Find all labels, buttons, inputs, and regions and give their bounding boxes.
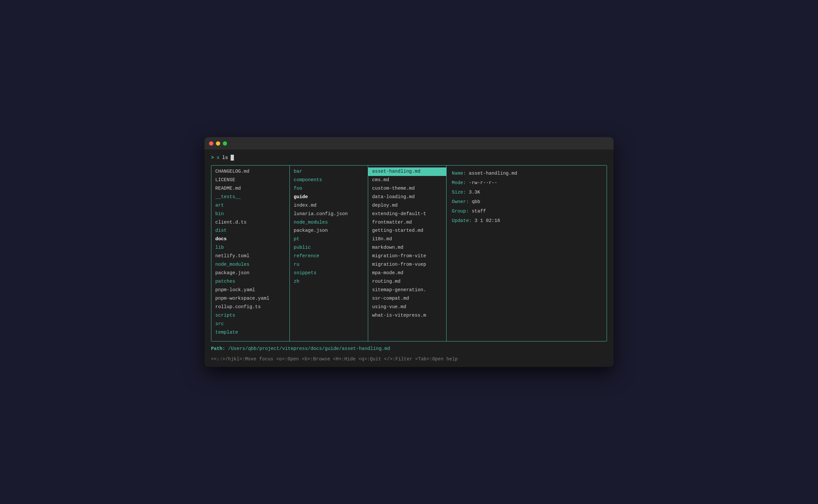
minimize-button[interactable] [216, 141, 220, 146]
list-item[interactable]: pnpm-lock.yaml [212, 286, 290, 294]
maximize-button[interactable] [223, 141, 227, 146]
detail-name: Name: asset-handling.md [452, 169, 601, 178]
list-item[interactable]: cms.md [368, 176, 446, 184]
close-button[interactable] [209, 141, 213, 146]
list-item[interactable]: frontmatter.md [368, 218, 446, 227]
list-item[interactable]: patches [212, 277, 290, 286]
prompt-command: ls [222, 155, 228, 161]
list-item-selected[interactable]: asset-handling.md [368, 167, 446, 176]
list-item[interactable]: pt [290, 235, 368, 244]
list-item[interactable]: mpa-mode.md [368, 269, 446, 277]
prompt-line: > x ls [211, 155, 607, 161]
list-item[interactable]: package.json [212, 269, 290, 277]
list-item[interactable]: markdown.md [368, 244, 446, 252]
detail-name-label: Name: [452, 171, 469, 176]
detail-update: Update: 3 1 02:16 [452, 216, 601, 226]
list-item[interactable]: migration-from-vuep [368, 260, 446, 269]
list-item[interactable]: package.json [290, 227, 368, 235]
detail-owner-value: qbb [472, 199, 480, 204]
detail-mode-value: -rw-r--r-- [469, 180, 497, 185]
terminal-window: > x ls CHANGELOG.md LICENSE README.md __… [204, 137, 614, 367]
detail-update-value: 3 1 02:16 [475, 218, 500, 223]
list-item[interactable]: rollup.config.ts [212, 303, 290, 311]
list-item[interactable]: getting-started.md [368, 227, 446, 235]
panel-col-1: CHANGELOG.md LICENSE README.md __tests__… [212, 165, 290, 341]
panel-col-4-details: Name: asset-handling.md Mode: -rw-r--r--… [447, 165, 606, 341]
detail-group-value: staff [472, 209, 486, 214]
list-item[interactable]: ru [290, 260, 368, 269]
list-item[interactable]: netlify.toml [212, 252, 290, 260]
terminal-body: > x ls CHANGELOG.md LICENSE README.md __… [204, 150, 614, 367]
panel-col-2: bar components foo guide index.md lunari… [290, 165, 368, 341]
list-item[interactable]: LICENSE [212, 176, 290, 184]
list-item[interactable]: node_modules [212, 260, 290, 269]
list-item[interactable]: migration-from-vite [368, 252, 446, 260]
list-item[interactable]: using-vue.md [368, 303, 446, 311]
list-item[interactable]: what-is-vitepress.m [368, 311, 446, 320]
list-item[interactable]: public [290, 244, 368, 252]
detail-name-value: asset-handling.md [469, 171, 517, 176]
list-item[interactable]: deploy.md [368, 201, 446, 210]
list-item[interactable]: zh [290, 277, 368, 286]
keybindings: <<↓↑>/hjkl>:Move focus <o>:Open <b>:Brow… [211, 356, 607, 362]
list-item[interactable]: CHANGELOG.md [212, 167, 290, 176]
path-label: Path: [211, 346, 226, 351]
list-item[interactable]: src [212, 320, 290, 328]
list-item[interactable]: client.d.ts [212, 218, 290, 227]
detail-mode-label: Mode: [452, 180, 469, 185]
detail-owner: Owner: qbb [452, 197, 601, 207]
list-item[interactable]: routing.md [368, 277, 446, 286]
list-item[interactable]: custom-theme.md [368, 184, 446, 193]
list-item[interactable]: README.md [212, 184, 290, 193]
list-item[interactable]: template [212, 328, 290, 337]
detail-update-label: Update: [452, 218, 475, 223]
list-item[interactable]: lunaria.config.json [290, 210, 368, 218]
detail-group: Group: staff [452, 207, 601, 216]
prompt-cursor [231, 155, 234, 161]
list-item[interactable]: __tests__ [212, 193, 290, 201]
list-item[interactable]: bin [212, 210, 290, 218]
list-item[interactable]: art [212, 201, 290, 210]
list-item[interactable]: lib [212, 244, 290, 252]
list-item[interactable]: extending-default-t [368, 210, 446, 218]
list-item[interactable]: snippets [290, 269, 368, 277]
detail-size-value: 3.3K [469, 190, 480, 195]
list-item[interactable]: foo [290, 184, 368, 193]
list-item[interactable]: data-loading.md [368, 193, 446, 201]
detail-size-label: Size: [452, 190, 469, 195]
list-item[interactable]: scripts [212, 311, 290, 320]
list-item[interactable]: reference [290, 252, 368, 260]
prompt-chevron-icon: > [211, 155, 214, 161]
list-item[interactable]: ssr-compat.md [368, 294, 446, 303]
list-item[interactable]: bar [290, 167, 368, 176]
detail-size: Size: 3.3K [452, 188, 601, 197]
titlebar [204, 137, 614, 150]
list-item[interactable]: components [290, 176, 368, 184]
list-item[interactable]: docs [212, 235, 290, 244]
detail-group-label: Group: [452, 209, 472, 214]
detail-mode: Mode: -rw-r--r-- [452, 178, 601, 188]
list-item[interactable]: index.md [290, 201, 368, 210]
path-line: Path: /Users/qbb/project/vitepress/docs/… [211, 346, 607, 351]
file-panel: CHANGELOG.md LICENSE README.md __tests__… [211, 165, 607, 341]
panel-col-3: asset-handling.md cms.md custom-theme.md… [368, 165, 447, 341]
list-item[interactable]: dist [212, 227, 290, 235]
detail-owner-label: Owner: [452, 199, 472, 204]
list-item[interactable]: guide [290, 193, 368, 201]
list-item[interactable]: sitemap-generation. [368, 286, 446, 294]
prompt-x: x [217, 155, 220, 161]
path-value: /Users/qbb/project/vitepress/docs/guide/… [228, 346, 390, 351]
list-item[interactable]: pnpm-workspace.yaml [212, 294, 290, 303]
list-item[interactable]: node_modules [290, 218, 368, 227]
list-item[interactable]: i18n.md [368, 235, 446, 244]
